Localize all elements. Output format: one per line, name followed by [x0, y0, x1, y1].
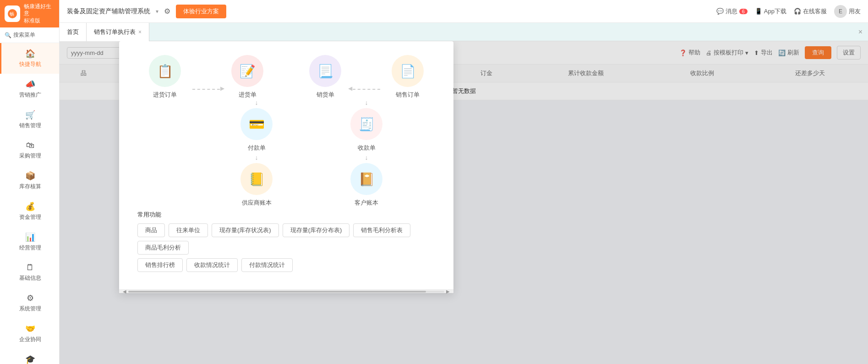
sale-order-col: 📄 销售订单: [380, 55, 435, 99]
func-btn-product[interactable]: 商品: [137, 223, 165, 237]
tab-sales-order[interactable]: 销售订单执行表 ×: [87, 23, 149, 41]
receipt-col: 🧾 收款单: [339, 108, 394, 152]
purchase-bill-label: 进货单: [239, 91, 257, 99]
modal-overlay: 📋 进货订单 ▶: [60, 41, 868, 364]
settings-icon[interactable]: ⚙: [164, 7, 170, 16]
app-download-button[interactable]: 📱 App下载: [755, 7, 786, 16]
search-menu[interactable]: 🔍 搜索菜单: [0, 27, 59, 43]
node-sale-order[interactable]: 📄 销售订单: [380, 55, 435, 99]
tab-close-icon[interactable]: ×: [138, 29, 142, 35]
basic-info-icon: 🗒: [26, 263, 34, 272]
user-menu[interactable]: E 用友: [834, 5, 861, 18]
tab-home[interactable]: 首页: [60, 23, 87, 41]
customer-ledger-icon: 📔: [350, 163, 382, 195]
content-area: 📅 单据状态 展多条件 ❓ 帮助 🖨 按模板打印 ▾: [60, 41, 868, 364]
purchase-bill-icon: 📝: [231, 55, 263, 87]
payment-col: 💳 付款单: [229, 108, 284, 152]
node-customer-ledger[interactable]: 📔 客户账本: [339, 163, 394, 207]
node-sale-bill[interactable]: 📃 销货单: [298, 55, 353, 99]
svg-text:畅: 畅: [10, 11, 14, 16]
logo-icon: 畅: [5, 5, 20, 22]
sidebar-nav: 🏠 快捷导航 📣 营销推广 🛒 销售管理 🛍 采购管理 📦 库存核算 💰: [0, 43, 59, 364]
sidebar-item-home[interactable]: 🏠 快捷导航: [0, 43, 59, 74]
func-buttons-row2: 销售排行榜 收款情况统计 付款情况统计: [137, 258, 435, 272]
func-btn-sales-rank[interactable]: 销售排行榜: [137, 258, 183, 272]
func-btn-sales-margin[interactable]: 销售毛利分析表: [353, 223, 410, 237]
sidebar-item-finance[interactable]: 💰 资金管理: [0, 196, 59, 227]
purchase-col: 📋 进货订单: [137, 55, 192, 99]
payment-icon: 💳: [240, 108, 273, 140]
sale-bill-icon: 📃: [309, 55, 341, 87]
marketing-icon: 📣: [25, 79, 35, 89]
receipt-icon: 🧾: [350, 108, 382, 140]
top-header: 装备及固定资产辅助管理系统 ▾ ⚙ 体验行业方案 💬 消息 6 📱 App下载 …: [60, 0, 868, 23]
sidebar-item-basic-info[interactable]: 🗒 基础信息: [0, 257, 59, 288]
sidebar-item-operations[interactable]: 📊 经营管理: [0, 227, 59, 257]
customer-ledger-label: 客户账本: [355, 199, 378, 207]
online-service-button[interactable]: 🎧 在线客服: [794, 7, 827, 16]
sidebar-item-purchase[interactable]: 🛍 采购管理: [0, 135, 59, 165]
func-btn-stock-status[interactable]: 现存量(库存状况表): [212, 223, 279, 237]
sidebar-item-system[interactable]: ⚙ 系统管理: [0, 288, 59, 318]
home-icon: 🏠: [25, 49, 35, 59]
message-badge: 6: [739, 9, 748, 14]
search-icon: 🔍: [5, 32, 11, 38]
message-icon: 💬: [716, 8, 724, 15]
flow-modal: 📋 进货订单 ▶: [119, 41, 453, 293]
modal-content: 📋 进货订单 ▶: [119, 41, 453, 289]
sidebar-item-newbie[interactable]: 🎓 新手引导: [0, 349, 59, 364]
sale-order-icon: 📄: [392, 55, 424, 87]
func-buttons-row1: 商品 往来单位 现存量(库存状况表) 现存量(库存分布表) 销售毛利分析表 商品…: [137, 223, 435, 255]
sidebar-item-inventory[interactable]: 📦 库存核算: [0, 165, 59, 196]
newbie-icon: 🎓: [25, 354, 35, 364]
sale-bill-label: 销货单: [317, 91, 334, 99]
collab-icon: 🤝: [25, 324, 35, 334]
download-icon: 📱: [755, 8, 762, 15]
system-title: 装备及固定资产辅助管理系统: [67, 7, 150, 16]
sidebar-item-collab[interactable]: 🤝 企业协同: [0, 318, 59, 349]
scrollbar-thumb[interactable]: [128, 291, 426, 293]
func-btn-stock-dist[interactable]: 现存量(库存分布表): [283, 223, 350, 237]
service-icon: 🎧: [794, 8, 801, 15]
scroll-left-icon[interactable]: ◀: [121, 288, 128, 295]
purchase-order-icon: 📋: [149, 55, 181, 87]
sales-icon: 🛒: [25, 110, 35, 120]
scroll-right-icon[interactable]: ▶: [444, 288, 452, 295]
func-btn-partner[interactable]: 往来单位: [169, 223, 208, 237]
node-purchase-order[interactable]: 📋 进货订单: [137, 55, 192, 99]
payment-label: 付款单: [248, 144, 266, 152]
sidebar: 畅 畅康通好生意 标准版 🔍 搜索菜单 🏠 快捷导航 📣 营销推广 🛒 销售管理: [0, 0, 60, 364]
common-functions-title: 常用功能: [137, 211, 435, 219]
close-all-tabs-icon[interactable]: ×: [858, 28, 863, 36]
sidebar-item-marketing[interactable]: 📣 营销推广: [0, 74, 59, 104]
header-right: 💬 消息 6 📱 App下载 🎧 在线客服 E 用友: [716, 5, 861, 18]
tabs-bar: 首页 销售订单执行表 × ×: [60, 23, 868, 41]
operations-icon: 📊: [25, 232, 35, 242]
sidebar-item-sales[interactable]: 🛒 销售管理: [0, 104, 59, 135]
logo: 畅 畅康通好生意 标准版: [0, 0, 59, 27]
node-purchase-bill[interactable]: 📝 进货单: [220, 55, 275, 99]
customer-ledger-col: 📔 客户账本: [339, 163, 394, 207]
main-area: 装备及固定资产辅助管理系统 ▾ ⚙ 体验行业方案 💬 消息 6 📱 App下载 …: [60, 0, 868, 364]
receipt-label: 收款单: [358, 144, 376, 152]
node-supplier-ledger[interactable]: 📒 供应商账本: [229, 163, 284, 207]
logo-text: 畅康通好生意 标准版: [24, 3, 55, 25]
avatar: E: [834, 5, 847, 18]
modal-scrollbar: ◀ ▶: [119, 289, 453, 293]
supplier-ledger-label: 供应商账本: [242, 199, 272, 207]
inventory-icon: 📦: [25, 171, 35, 181]
system-icon: ⚙: [27, 293, 34, 303]
purchase-order-label: 进货订单: [153, 91, 177, 99]
dropdown-arrow-icon[interactable]: ▾: [156, 8, 158, 15]
node-receipt[interactable]: 🧾 收款单: [339, 108, 394, 152]
scrollbar-track: [128, 291, 444, 293]
trial-button[interactable]: 体验行业方案: [176, 5, 226, 18]
func-btn-payment-stats[interactable]: 付款情况统计: [241, 258, 293, 272]
func-btn-product-margin[interactable]: 商品毛利分析: [137, 241, 189, 255]
message-button[interactable]: 💬 消息 6: [716, 7, 748, 16]
flow-diagram: 📋 进货订单 ▶: [137, 55, 435, 207]
func-btn-receipt-stats[interactable]: 收款情况统计: [186, 258, 238, 272]
supplier-ledger-col: 📒 供应商账本: [229, 163, 284, 207]
supplier-ledger-icon: 📒: [240, 163, 273, 195]
node-payment[interactable]: 💳 付款单: [229, 108, 284, 152]
